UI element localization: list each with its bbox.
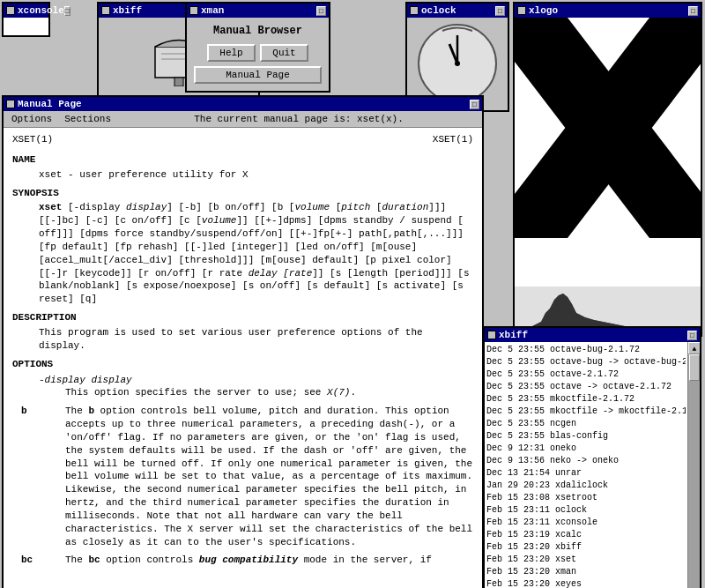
xconsole-body: [4, 18, 48, 35]
name-section-body: xset - user preference utility for X: [39, 168, 473, 182]
xbiff-list-content: Dec 5 23:55 octave-bug-2.1.72Dec 5 23:55…: [486, 344, 686, 588]
option-b-item: b The b option controls bell volume, pit…: [21, 405, 473, 548]
options-section-head: OPTIONS: [12, 358, 473, 371]
xlogo-title-icon: [517, 6, 526, 15]
svg-rect-3: [174, 78, 183, 86]
manual-menubar: Options Sections The current manual page…: [4, 111, 482, 128]
manual-menu-sections[interactable]: Sections: [58, 112, 117, 126]
list-item: Feb 15 23:11 xconsole: [486, 517, 686, 529]
list-item: Dec 5 23:55 octave-bug -> octave-bug-2.1…: [486, 356, 686, 368]
description-section-head: DESCRIPTION: [12, 311, 473, 324]
xconsole-close-btn[interactable]: □: [64, 6, 70, 16]
list-item: Dec 5 23:55 blas-config: [486, 430, 686, 443]
list-item: Dec 5 23:55 mkoctfile-2.1.72: [486, 393, 686, 406]
list-item: Dec 5 23:55 ncgen: [486, 418, 686, 430]
option-display-item: -display display This option specifies t…: [39, 374, 473, 400]
xbiff-list-scrollbar[interactable]: ▲ ▼: [687, 342, 700, 588]
xman-title: xman: [201, 5, 224, 16]
xbiff-list-titlebar: xbiff □: [485, 328, 700, 342]
manual-title-icon: [6, 100, 15, 108]
manual-header-right: XSET(1): [433, 133, 473, 146]
name-section-head: NAME: [12, 153, 473, 167]
list-item: Feb 15 23:20 xset: [486, 554, 686, 566]
xlogo-body: nacbook: [515, 18, 701, 335]
option-display-desc-text: This option specifies the server to use;…: [65, 387, 356, 398]
xman-help-button[interactable]: Help: [207, 44, 256, 62]
oclock-titlebar: oclock □: [407, 4, 508, 18]
xman-window: xman □ Manual Browser Help Quit Manual P…: [185, 2, 330, 93]
xbiff-title: xbiff: [113, 5, 142, 16]
xbiff-list-body: Dec 5 23:55 octave-bug-2.1.72Dec 5 23:55…: [485, 342, 700, 588]
list-item: Dec 13 21:54 unrar: [486, 467, 686, 480]
clock-face: [416, 22, 500, 106]
list-item: Dec 5 23:55 octave-bug-2.1.72: [486, 344, 686, 356]
description-section-body: This program is used to set various user…: [39, 326, 473, 353]
svg-point-9: [455, 61, 460, 66]
option-b-desc: The b option controls bell volume, pitch…: [65, 405, 473, 548]
scroll-up-btn[interactable]: ▲: [688, 342, 700, 354]
xbiff-list-close-btn[interactable]: □: [687, 331, 697, 340]
xman-title-icon: [189, 6, 198, 15]
name-text: xset - user preference utility for X: [39, 169, 249, 180]
synopsis-section-body: xset [-display display] [-b] [b on/off] …: [39, 201, 473, 306]
xlogo-window: xlogo □ nacbook: [513, 2, 702, 337]
manual-title: Manual Page: [18, 99, 82, 109]
option-bc-item: bc The bc option controls bug compatibil…: [21, 554, 473, 567]
xlogo-titlebar: xlogo □: [515, 4, 701, 18]
manual-status: The current manual page is: xset(x).: [117, 114, 480, 124]
option-display-desc: This option specifies the server to use;…: [65, 386, 473, 399]
manual-window: Manual Page □ Options Sections The curre…: [2, 95, 484, 588]
list-item: Dec 9 12:31 oneko: [486, 443, 686, 455]
list-item: Jan 29 20:23 xdaliclock: [486, 480, 686, 492]
manual-menu-options[interactable]: Options: [5, 112, 58, 126]
option-display-name: -display display: [39, 374, 473, 387]
xman-titlebar: xman □: [187, 4, 329, 18]
list-item: Dec 9 13:56 neko -> oneko: [486, 455, 686, 467]
synopsis-text: [-display display] [-b] [b on/off] [b [v…: [39, 202, 470, 304]
xlogo-title: xlogo: [529, 5, 558, 16]
option-b-label: b: [21, 405, 65, 548]
description-text: This program is used to set various user…: [39, 327, 423, 351]
synopsis-cmd: xset: [39, 202, 62, 212]
x-logo-svg: [515, 18, 701, 238]
xconsole-title-icon: [6, 6, 15, 15]
list-item: Feb 15 23:20 xbiff: [486, 541, 686, 554]
xconsole-window: xconsole □: [2, 2, 50, 37]
xbiff-list-window: xbiff □ Dec 5 23:55 octave-bug-2.1.72Dec…: [483, 326, 701, 588]
xlogo-close-btn[interactable]: □: [688, 6, 698, 16]
list-item: Dec 5 23:55 octave -> octave-2.1.72: [486, 381, 686, 393]
list-item: Dec 5 23:55 octave-2.1.72: [486, 368, 686, 381]
xman-body: Manual Browser Help Quit Manual Page: [187, 18, 329, 91]
xbiff-title-icon: [101, 6, 110, 15]
oclock-title-icon: [410, 6, 419, 15]
oclock-close-btn[interactable]: □: [495, 6, 505, 16]
option-bc-desc: The bc option controls bug compatibility…: [65, 554, 473, 567]
manual-header-left: XSET(1): [12, 133, 53, 146]
manual-close-btn[interactable]: □: [470, 100, 479, 109]
synopsis-section-head: SYNOPSIS: [12, 187, 473, 200]
list-item: Dec 5 23:55 mkoctfile -> mkoctfile-2.1.7…: [486, 406, 686, 418]
oclock-title: oclock: [421, 5, 456, 16]
xbiff-list-title: xbiff: [499, 330, 528, 340]
scroll-thumb[interactable]: [689, 354, 700, 381]
xman-buttons: Help Quit: [207, 44, 308, 62]
scroll-track: [688, 354, 700, 588]
xconsole-titlebar: xconsole □: [4, 4, 48, 18]
manual-content: XSET(1) XSET(1) NAME xset - user prefere…: [4, 128, 482, 588]
option-display-text: -display display: [39, 375, 132, 385]
xman-manual-button[interactable]: Manual Page: [194, 66, 322, 84]
manual-titlebar: Manual Page □: [4, 97, 482, 111]
xconsole-title: xconsole: [18, 5, 64, 16]
xman-app-title: Manual Browser: [213, 25, 302, 37]
list-item: Feb 15 23:20 xman: [486, 566, 686, 578]
xman-quit-button[interactable]: Quit: [260, 44, 308, 62]
list-item: Feb 15 23:20 xeyes: [486, 578, 686, 588]
xman-close-btn[interactable]: □: [316, 6, 326, 16]
list-item: Feb 15 23:08 xsetroot: [486, 492, 686, 504]
xbiff-list-title-icon: [487, 331, 496, 339]
option-bc-label: bc: [21, 554, 65, 567]
list-item: Feb 15 23:19 xcalc: [486, 529, 686, 541]
list-item: Feb 15 23:11 oclock: [486, 504, 686, 517]
manual-header: XSET(1) XSET(1): [12, 133, 473, 146]
